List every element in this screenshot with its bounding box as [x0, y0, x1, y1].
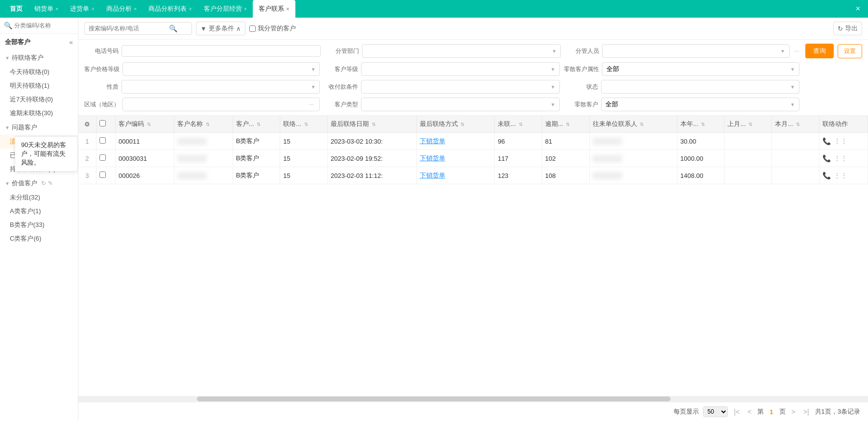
tab-purchase-order[interactable]: 进货单 ×	[64, 0, 100, 18]
col-this-month-sort[interactable]: ⇅	[796, 122, 800, 127]
sidebar-collapse-btn[interactable]: «	[69, 38, 73, 46]
filter-phone-input[interactable]	[121, 45, 321, 57]
sidebar-item-today-contact[interactable]: 今天待联络(0)	[0, 65, 78, 79]
sidebar-item-ungroup[interactable]: 未分组(32)	[0, 191, 78, 204]
sidebar-item-c-class[interactable]: C类客户(6)	[0, 232, 78, 246]
tab-home[interactable]: 首页	[4, 0, 28, 18]
filter-retail-customer-select[interactable]: 全部 ▼	[601, 98, 799, 111]
per-page-select[interactable]: 50 100 200	[703, 406, 728, 417]
col-code-header[interactable]: 客户编码 ⇅	[116, 116, 174, 133]
select-all-checkbox[interactable]	[99, 120, 106, 126]
sidebar-item-overdue-contact[interactable]: 逾期未联络(30)	[0, 106, 78, 120]
sidebar-item-a-class[interactable]: A类客户(1)	[0, 204, 78, 218]
column-settings-btn[interactable]: ⚙	[78, 116, 96, 133]
col-last-method-sort[interactable]: ⇅	[460, 122, 464, 127]
query-button[interactable]: 查询	[805, 44, 834, 58]
col-year-sort[interactable]: ⇅	[701, 122, 705, 127]
first-page-btn[interactable]: |<	[732, 408, 742, 416]
action-contact-icon-2[interactable]: 📞	[822, 172, 831, 179]
tab-customer-tier-close[interactable]: ×	[244, 6, 247, 12]
filter-payment-select[interactable]: ▼	[361, 80, 559, 94]
row-checkbox-2[interactable]	[99, 172, 106, 178]
action-contact-icon-1[interactable]: 📞	[822, 154, 831, 162]
col-last-date-sort[interactable]: ⇅	[372, 122, 376, 127]
filter-region-more[interactable]: ···	[307, 101, 315, 108]
col-code-sort[interactable]: ⇅	[147, 122, 151, 127]
tab-product-analysis-close[interactable]: ×	[134, 6, 137, 12]
col-last-date-header[interactable]: 最后联络日期 ⇅	[328, 116, 417, 133]
filter-manager-select[interactable]: ▼	[602, 44, 790, 58]
cell-checkbox-0[interactable]	[96, 133, 116, 150]
col-checkbox-header[interactable]	[96, 116, 116, 133]
col-contact-header[interactable]: 联络... ⇅	[280, 116, 328, 133]
col-last-method-header[interactable]: 最后联络方式 ⇅	[416, 116, 494, 133]
col-last-month-sort[interactable]: ⇅	[748, 122, 752, 127]
tab-product-analysis-list[interactable]: 商品分析列表 ×	[143, 0, 197, 18]
tab-product-list-close[interactable]: ×	[189, 6, 192, 12]
my-customers-filter[interactable]: 我分管的客户	[249, 24, 296, 33]
filter-retail-attr-select[interactable]: 全部 ▼	[602, 62, 799, 76]
cell-checkbox-1[interactable]	[96, 150, 116, 167]
sidebar-all-customers-header[interactable]: 全部客户 «	[0, 34, 78, 50]
action-more-icon-1[interactable]: ⋮⋮	[834, 154, 847, 162]
refresh-icon[interactable]: ↻	[41, 180, 46, 187]
scrollbar-thumb[interactable]	[197, 396, 671, 401]
sidebar-group-value-customers[interactable]: ▼ 价值客户 ↻ ✎	[0, 176, 78, 191]
col-this-month-header[interactable]: 本月... ⇅	[772, 116, 820, 133]
tab-customer-contact-close[interactable]: ×	[286, 6, 289, 12]
tab-sales-order[interactable]: 销货单 ×	[28, 0, 64, 18]
cell-last-method-1[interactable]: 下销货单	[416, 150, 494, 167]
col-name-sort[interactable]: ⇅	[206, 122, 210, 127]
tab-customer-tier[interactable]: 客户分层经营 ×	[198, 0, 253, 18]
tab-purchase-close[interactable]: ×	[91, 6, 94, 12]
row-checkbox-1[interactable]	[99, 154, 106, 161]
edit-icon[interactable]: ✎	[48, 180, 53, 187]
setting-button[interactable]: 设置	[838, 44, 862, 58]
col-this-year-header[interactable]: 本年... ⇅	[677, 116, 724, 133]
filter-region-select[interactable]: ···	[122, 98, 320, 111]
col-not-contacted-sort[interactable]: ⇅	[519, 122, 523, 127]
col-company-contact-header[interactable]: 往来单位联系人 ⇅	[589, 116, 677, 133]
window-close-button[interactable]: ×	[852, 4, 864, 13]
tab-customer-contact[interactable]: 客户联系 ×	[253, 0, 295, 18]
sidebar-search-input[interactable]	[14, 22, 78, 29]
export-button[interactable]: ↻ 导出	[833, 22, 862, 35]
col-contact-sort[interactable]: ⇅	[304, 122, 308, 127]
col-not-contacted-header[interactable]: 未联... ⇅	[495, 116, 542, 133]
filter-nature-select[interactable]: ▼	[121, 80, 320, 94]
sidebar-item-tomorrow-contact[interactable]: 明天待联络(1)	[0, 79, 78, 93]
more-filter-button[interactable]: ▼ 更多条件 ∧	[196, 22, 245, 35]
action-contact-icon-0[interactable]: 📞	[822, 137, 831, 145]
col-overdue-header[interactable]: 逾期... ⇅	[542, 116, 589, 133]
next-page-btn[interactable]: >	[790, 408, 797, 416]
action-more-icon-2[interactable]: ⋮⋮	[834, 172, 847, 179]
tab-product-analysis[interactable]: 商品分析 ×	[100, 0, 143, 18]
my-customers-checkbox[interactable]	[249, 25, 256, 32]
filter-customer-type-select[interactable]: ▼	[361, 98, 559, 111]
col-last-month-header[interactable]: 上月... ⇅	[724, 116, 772, 133]
row-checkbox-0[interactable]	[99, 137, 106, 144]
sidebar-item-b-class[interactable]: B类客户(33)	[0, 218, 78, 232]
col-type-sort[interactable]: ⇅	[257, 122, 261, 127]
col-name-header[interactable]: 客户名称 ⇅	[174, 116, 233, 133]
tab-sales-close[interactable]: ×	[55, 6, 58, 12]
filter-price-level-select[interactable]: ▼	[122, 62, 320, 76]
sidebar-item-7days-contact[interactable]: 近7天待联络(0)	[0, 93, 78, 106]
sidebar-group-problem-customers[interactable]: ▼ 问题客户	[0, 120, 78, 135]
col-company-sort[interactable]: ⇅	[640, 122, 644, 127]
search-input[interactable]	[89, 25, 167, 32]
prev-page-btn[interactable]: <	[746, 408, 753, 416]
cell-last-method-0[interactable]: 下销货单	[416, 133, 494, 150]
col-type-header[interactable]: 客户... ⇅	[233, 116, 280, 133]
action-more-icon-0[interactable]: ⋮⋮	[834, 137, 847, 145]
last-page-btn[interactable]: >|	[801, 408, 811, 416]
col-overdue-sort[interactable]: ⇅	[566, 122, 570, 127]
cell-last-method-2[interactable]: 下销货单	[416, 167, 494, 184]
sidebar-group-pending-contact[interactable]: ▼ 待联络客户	[0, 50, 78, 65]
table-horizontal-scrollbar[interactable]	[78, 396, 868, 402]
search-button[interactable]: 🔍	[169, 25, 177, 32]
filter-manager-more[interactable]: ···	[793, 48, 801, 54]
filter-customer-level-select[interactable]: ▼	[361, 62, 559, 76]
filter-dept-select[interactable]: ▼	[362, 44, 561, 58]
filter-status-select[interactable]: ▼	[601, 80, 799, 94]
